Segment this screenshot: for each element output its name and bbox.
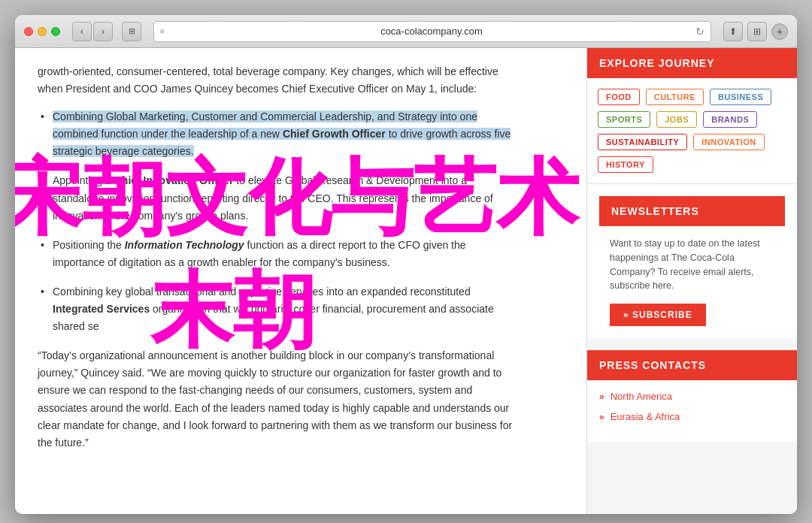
minimize-button[interactable] — [38, 27, 47, 36]
bullet4-start: Combining key global transactional and e… — [53, 286, 471, 298]
press-links: » North America » Eurasia & Africa — [587, 380, 797, 442]
press-header: PRESS CONTACTS — [587, 350, 797, 380]
browser-titlebar: ‹ › ⊞ ≡ coca-colacompany.com ↻ ⬆ ⊞ + — [15, 15, 797, 48]
bullet-list: Combining Global Marketing, Customer and… — [38, 108, 519, 335]
reload-button[interactable]: ↻ — [695, 26, 704, 38]
bullet1-highlighted: Combining Global Marketing, Customer and… — [53, 110, 511, 157]
press-link-eurasia-africa[interactable]: » Eurasia & Africa — [599, 411, 785, 422]
intro-paragraph: growth-oriented, consumer-centered, tota… — [38, 63, 519, 98]
bullet3-start: Positioning the — [53, 239, 125, 251]
tag-food[interactable]: FOOD — [598, 89, 640, 105]
article-body: growth-oriented, consumer-centered, tota… — [38, 63, 519, 452]
newsletter-section: NEWSLETTERS Want to stay up to date on t… — [587, 183, 797, 338]
information-technology: Information Technology — [125, 239, 244, 251]
close-button[interactable] — [24, 27, 33, 36]
forward-button[interactable]: › — [93, 22, 113, 41]
subscribe-button[interactable]: » SUBSCRIBE — [610, 304, 706, 326]
press-link-north-america[interactable]: » North America — [599, 391, 785, 402]
bullet2-start: Appointing a — [53, 174, 114, 186]
newsletter-body: Want to stay up to date on the latest ha… — [599, 226, 785, 326]
main-content: growth-oriented, consumer-centered, tota… — [15, 48, 586, 514]
nav-buttons: ‹ › — [72, 22, 113, 41]
toolbar-right: ⬆ ⊞ + — [723, 22, 788, 41]
bullet-item-3: Positioning the Information Technology f… — [38, 237, 519, 271]
new-tab-button[interactable]: ⊞ — [747, 22, 767, 41]
tag-innovation[interactable]: INNOVATION — [693, 134, 764, 150]
tag-business[interactable]: BUSINESS — [710, 89, 771, 105]
tag-culture[interactable]: CULTURE — [646, 89, 704, 105]
bullet-item-4: Combining key global transactional and e… — [38, 283, 519, 335]
arrow-icon-1: » — [599, 391, 604, 402]
integrated-services: Integrated Services — [53, 303, 150, 315]
tag-sports[interactable]: SPORTS — [598, 111, 650, 128]
add-tab-button[interactable]: + — [771, 23, 788, 40]
arrow-icon-2: » — [599, 412, 604, 422]
bullet-item-2: Appointing a Chief Innovation Officer to… — [38, 172, 519, 224]
explore-header: EXPLORE JOURNEY — [587, 48, 797, 78]
browser-window: ‹ › ⊞ ≡ coca-colacompany.com ↻ ⬆ ⊞ + gro… — [15, 15, 797, 514]
tag-brands[interactable]: BRANDS — [703, 111, 757, 128]
explore-section: EXPLORE JOURNEY FOOD CULTURE BUSINESS SP… — [587, 48, 797, 183]
tab-overview-button[interactable]: ⊞ — [122, 22, 141, 41]
explore-tags: FOOD CULTURE BUSINESS SPORTS JOBS BRANDS… — [587, 78, 797, 183]
traffic-lights — [24, 27, 60, 36]
address-icon: ≡ — [160, 27, 165, 35]
bullet-item-1: Combining Global Marketing, Customer and… — [38, 108, 519, 160]
tag-history[interactable]: HISTORY — [598, 156, 653, 173]
newsletter-header: NEWSLETTERS — [599, 196, 785, 226]
chief-innovation-officer: Chief Innovation Officer — [114, 174, 234, 186]
share-button[interactable]: ⬆ — [723, 22, 743, 41]
maximize-button[interactable] — [51, 27, 60, 36]
sidebar: EXPLORE JOURNEY FOOD CULTURE BUSINESS SP… — [586, 48, 797, 514]
url-text: coca-colacompany.com — [168, 26, 695, 37]
chief-growth-officer: Chief Growth Officer — [283, 128, 386, 140]
press-link-label-2: Eurasia & Africa — [611, 411, 680, 422]
address-bar[interactable]: ≡ coca-colacompany.com ↻ — [153, 21, 711, 42]
tag-sustainability[interactable]: SUSTAINABILITY — [598, 134, 687, 150]
back-button[interactable]: ‹ — [72, 22, 92, 41]
press-link-label-1: North America — [611, 391, 672, 402]
newsletter-text: Want to stay up to date on the latest ha… — [610, 237, 774, 293]
press-section: PRESS CONTACTS » North America » Eurasia… — [587, 350, 797, 442]
browser-content: growth-oriented, consumer-centered, tota… — [15, 48, 797, 514]
bullet4-end: organiz — [150, 303, 187, 315]
bullet3-ation: ation as a growth enabler for the compan… — [138, 256, 389, 268]
tag-jobs[interactable]: JOBS — [656, 111, 697, 128]
quote-paragraph: “Today’s organizational announcement is … — [38, 347, 519, 452]
